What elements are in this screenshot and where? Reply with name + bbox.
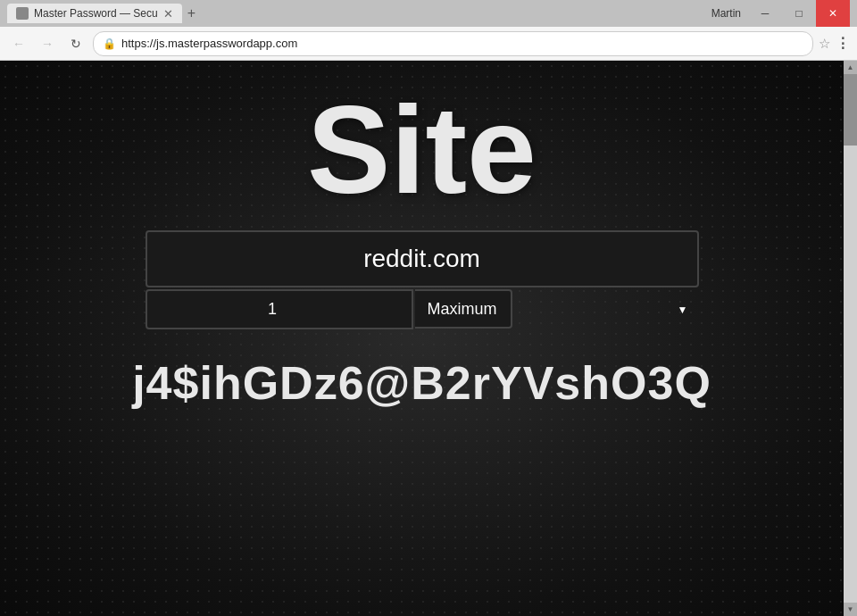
scrollbar[interactable]: ▲ ▼ bbox=[844, 61, 857, 616]
window-controls: ─ □ ✕ bbox=[748, 0, 850, 27]
controls-row: Maximum Long Medium Short Basic PIN bbox=[146, 289, 699, 329]
address-bar: ← → ↻ 🔒 ☆ ⋮ bbox=[0, 27, 857, 61]
title-bar: Master Password — Secu ✕ + Martin ─ □ ✕ bbox=[0, 0, 857, 27]
tab-close-button[interactable]: ✕ bbox=[163, 8, 173, 20]
browser-body: Site Maximum Long Medium Short Basic PIN bbox=[0, 61, 857, 616]
counter-input[interactable] bbox=[146, 289, 413, 329]
input-section: Maximum Long Medium Short Basic PIN bbox=[146, 230, 699, 329]
maximize-button[interactable]: □ bbox=[782, 0, 816, 27]
web-page: Site Maximum Long Medium Short Basic PIN bbox=[0, 61, 844, 616]
minimize-button[interactable]: ─ bbox=[748, 0, 782, 27]
address-input[interactable] bbox=[121, 37, 803, 50]
menu-button[interactable]: ⋮ bbox=[836, 35, 850, 52]
new-tab-button[interactable]: + bbox=[182, 5, 201, 21]
tab-favicon bbox=[16, 7, 29, 20]
scroll-thumb[interactable] bbox=[844, 74, 857, 146]
password-type-select[interactable]: Maximum Long Medium Short Basic PIN bbox=[415, 289, 512, 329]
tab-title: Master Password — Secu bbox=[34, 7, 158, 20]
site-heading: Site bbox=[307, 87, 537, 212]
scroll-down-arrow[interactable]: ▼ bbox=[844, 603, 857, 616]
address-input-wrapper[interactable]: 🔒 bbox=[93, 31, 813, 56]
scroll-track[interactable] bbox=[844, 74, 857, 603]
reload-button[interactable]: ↻ bbox=[64, 32, 87, 55]
bookmark-button[interactable]: ☆ bbox=[819, 36, 830, 52]
secure-icon: 🔒 bbox=[103, 37, 116, 50]
scroll-up-arrow[interactable]: ▲ bbox=[844, 61, 857, 74]
browser-tab[interactable]: Master Password — Secu ✕ bbox=[7, 4, 182, 23]
user-label: Martin bbox=[704, 7, 748, 20]
site-name-input[interactable] bbox=[146, 230, 699, 287]
forward-button[interactable]: → bbox=[36, 32, 59, 55]
type-select-wrapper: Maximum Long Medium Short Basic PIN bbox=[415, 289, 699, 329]
page-content: Site Maximum Long Medium Short Basic PIN bbox=[0, 61, 844, 616]
password-output: j4$ihGDz6@B2rYVshO3Q bbox=[132, 356, 711, 410]
close-button[interactable]: ✕ bbox=[816, 0, 850, 27]
back-button[interactable]: ← bbox=[7, 32, 30, 55]
